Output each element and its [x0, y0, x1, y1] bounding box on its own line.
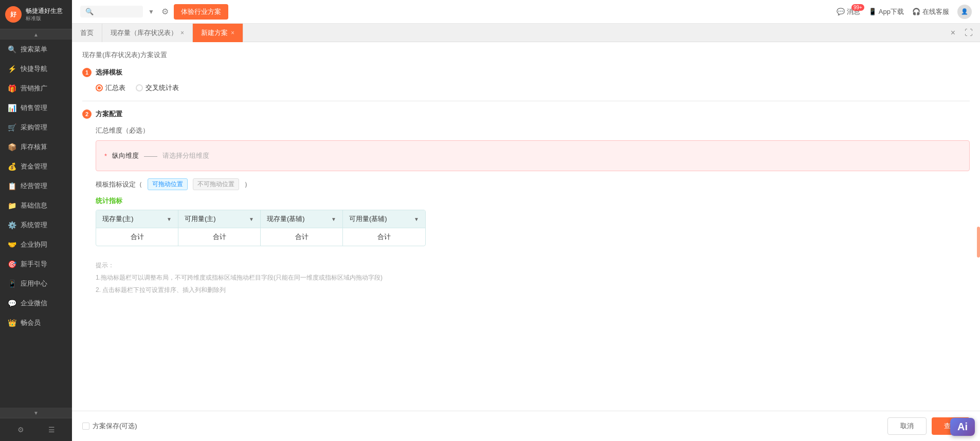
- search-icon: 🔍: [85, 8, 94, 15]
- settings-icon[interactable]: ⚙: [14, 424, 27, 436]
- message-button[interactable]: 💬 消息 99+: [837, 7, 860, 16]
- sidebar-item-cooperation[interactable]: 🤝 企业协同: [0, 235, 72, 254]
- gear-icon[interactable]: ⚙: [161, 7, 169, 16]
- sidebar-item-sales[interactable]: 📊 销售管理: [0, 98, 72, 118]
- member-icon: 👑: [7, 318, 16, 327]
- search-input[interactable]: [97, 8, 138, 15]
- sidebar-item-label: 系统管理: [21, 220, 47, 230]
- col-current-main-chevron[interactable]: ▼: [167, 216, 172, 222]
- sidebar-item-system[interactable]: ⚙️ 系统管理: [0, 215, 72, 235]
- tip-2-text: 2. 点击标题栏下拉可设置排序、插入列和删除列: [96, 284, 226, 296]
- tab-inventory-close-icon[interactable]: ×: [180, 29, 184, 36]
- sidebar-item-finance[interactable]: 💰 资金管理: [0, 157, 72, 176]
- tab-new-plan-close-icon[interactable]: ×: [231, 29, 234, 36]
- radio-cross-circle: [136, 84, 143, 91]
- indicator-table-header: 现存量(主) ▼ 可用量(主) ▼ 现存量(基辅) ▼: [96, 210, 425, 228]
- sidebar-item-label: 经营管理: [21, 181, 47, 191]
- cooperation-icon: 🤝: [7, 240, 16, 249]
- sidebar-item-app-center[interactable]: 📱 应用中心: [0, 274, 72, 293]
- ai-badge[interactable]: Ai: [950, 418, 975, 436]
- sidebar-item-operations[interactable]: 📋 经营管理: [0, 176, 72, 196]
- col-current-aux[interactable]: 现存量(基辅) ▼: [261, 210, 343, 228]
- inventory-icon: 📦: [7, 142, 16, 152]
- col-available-aux[interactable]: 可用量(基辅) ▼: [343, 210, 425, 228]
- sidebar-footer: ⚙ ☰: [0, 418, 72, 441]
- indicator-settings-row: 模板指标设定（ 可拖动位置 不可拖动位置 ）: [96, 178, 970, 190]
- app-name: 畅捷通好生意: [26, 7, 63, 15]
- sidebar-item-basic-info[interactable]: 📁 基础信息: [0, 196, 72, 215]
- basic-info-icon: 📁: [7, 201, 16, 210]
- cancel-button[interactable]: 取消: [887, 417, 927, 435]
- sidebar-item-marketing[interactable]: 🎁 营销推广: [0, 79, 72, 98]
- cell-current-aux: 合计: [261, 228, 343, 246]
- tab-home[interactable]: 首页: [72, 24, 102, 42]
- topbar-search-box[interactable]: 🔍: [80, 6, 143, 17]
- col-available-aux-chevron[interactable]: ▼: [414, 216, 419, 222]
- chevron-down-icon[interactable]: ▼: [148, 8, 154, 15]
- online-service-button[interactable]: 🎧 在线客服: [912, 7, 949, 16]
- col-available-main-chevron[interactable]: ▼: [249, 216, 254, 222]
- sidebar-item-quick-nav[interactable]: ⚡ 快捷导航: [0, 59, 72, 79]
- col-current-aux-chevron[interactable]: ▼: [331, 216, 336, 222]
- indicator-table: 现存量(主) ▼ 可用量(主) ▼ 现存量(基辅) ▼: [96, 210, 426, 246]
- quick-nav-icon: ⚡: [7, 64, 16, 74]
- trial-industry-button[interactable]: 体验行业方案: [174, 4, 228, 20]
- tab-inventory-status-label: 现存量（库存状况表）: [111, 28, 177, 38]
- tab-inventory-status[interactable]: 现存量（库存状况表） ×: [102, 24, 193, 42]
- operations-icon: 📋: [7, 181, 16, 191]
- dimension-vertical-label: 纵向维度: [112, 151, 139, 160]
- dimension-field-label: 汇总维度（必选）: [96, 126, 970, 135]
- tips-title: 提示：: [96, 259, 970, 271]
- col-current-main[interactable]: 现存量(主) ▼: [96, 210, 178, 228]
- scroll-handle[interactable]: [977, 42, 980, 411]
- dimension-dash: ——: [144, 152, 157, 160]
- search-icon: 🔍: [7, 45, 16, 54]
- draggable-badge: 可拖动位置: [148, 178, 188, 190]
- sidebar-scroll-up[interactable]: ▲: [0, 29, 72, 40]
- tips-section: 提示： 1.拖动标题栏可以调整布局，不可跨维度或指标区域拖动栏目字段(只能在同一…: [96, 259, 970, 296]
- wechat-icon: 💬: [7, 299, 16, 308]
- step2-body: 汇总维度（必选） * 纵向维度 —— 请选择分组维度 模板指标设定（ 可拖动位置…: [82, 126, 970, 296]
- app-center-icon: 📱: [7, 279, 16, 288]
- radio-cross[interactable]: 交叉统计表: [136, 83, 179, 93]
- logo-text-block: 畅捷通好生意 标准版: [26, 7, 63, 23]
- dimension-required-mark: *: [104, 152, 107, 160]
- tab-new-plan-label: 新建方案: [201, 28, 228, 38]
- topbar: 🔍 ▼ ⚙ 体验行业方案 💬 消息 99+ 📱 App下载 🎧 在线客服 👤: [72, 0, 980, 24]
- user-avatar[interactable]: 👤: [957, 5, 972, 19]
- message-icon: 💬: [837, 8, 845, 15]
- sidebar-item-wechat[interactable]: 💬 企业微信: [0, 293, 72, 313]
- sidebar-item-label: 销售管理: [21, 103, 47, 113]
- scroll-bar: [977, 227, 980, 258]
- sidebar-item-label: 资金管理: [21, 162, 47, 171]
- radio-summary[interactable]: 汇总表: [96, 83, 125, 93]
- save-checkbox[interactable]: [82, 422, 89, 430]
- dimension-area[interactable]: * 纵向维度 —— 请选择分组维度: [96, 140, 970, 171]
- step2-section: 2 方案配置 汇总维度（必选） * 纵向维度 —— 请选择分组维度 模板指标设定…: [82, 109, 970, 296]
- phone-icon: 📱: [868, 8, 877, 15]
- topbar-right-actions: 💬 消息 99+ 📱 App下载 🎧 在线客服 👤: [837, 5, 972, 19]
- tab-bar: 首页 现存量（库存状况表） × 新建方案 × × ⛶: [72, 24, 980, 42]
- app-logo: 好 畅捷通好生意 标准版: [0, 0, 72, 29]
- sidebar-item-inventory[interactable]: 📦 库存核算: [0, 137, 72, 157]
- newbie-icon: 🎯: [7, 260, 16, 269]
- tab-new-plan[interactable]: 新建方案 ×: [193, 24, 243, 42]
- message-badge: 99+: [851, 4, 864, 11]
- sidebar-scroll-down[interactable]: ▼: [0, 408, 72, 418]
- sidebar-item-purchase[interactable]: 🛒 采购管理: [0, 118, 72, 137]
- sidebar-item-newbie[interactable]: 🎯 新手引导: [0, 254, 72, 274]
- sidebar-item-label: 营销推广: [21, 84, 47, 93]
- tab-expand-icon[interactable]: ⛶: [961, 27, 976, 39]
- menu-collapse-icon[interactable]: ☰: [45, 424, 58, 436]
- tabs-end-buttons: × ⛶: [948, 27, 980, 39]
- app-download-button[interactable]: 📱 App下载: [868, 7, 904, 16]
- dimension-placeholder: 请选择分组维度: [162, 151, 209, 160]
- step-divider: [82, 101, 970, 101]
- sidebar-item-member[interactable]: 👑 畅会员: [0, 313, 72, 333]
- col-available-main[interactable]: 可用量(主) ▼: [178, 210, 261, 228]
- marketing-icon: 🎁: [7, 84, 16, 93]
- tab-close-all-icon[interactable]: ×: [948, 27, 958, 39]
- save-option[interactable]: 方案保存(可选): [82, 421, 137, 431]
- online-service-label: 在线客服: [922, 7, 949, 16]
- sidebar-item-search[interactable]: 🔍 搜索菜单: [0, 40, 72, 59]
